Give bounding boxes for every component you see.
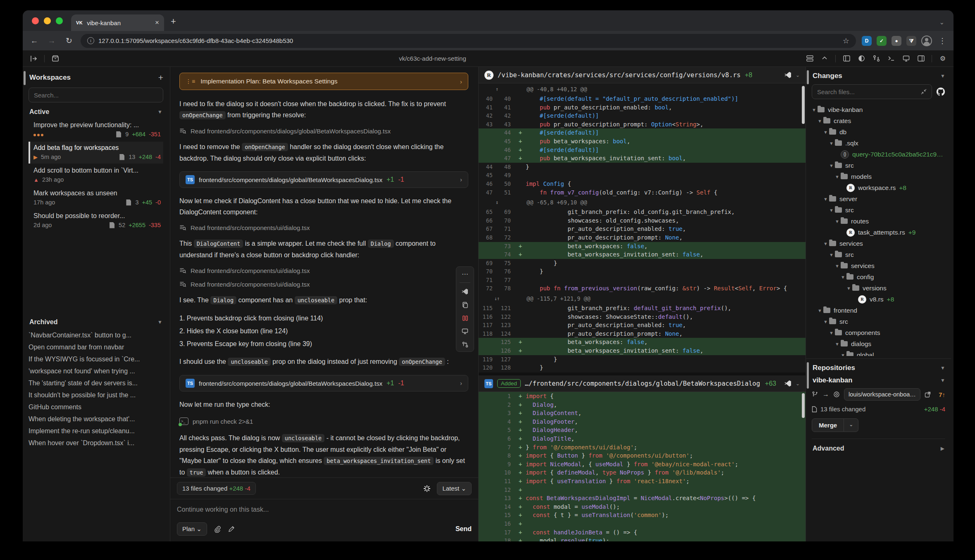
browser-menu-icon[interactable]: ⋮ [937,36,948,45]
tool-call-row[interactable]: Read frontend/src/components/ui/dialog.t… [179,281,468,288]
archived-workspace-item[interactable]: GitHub comments [29,401,163,413]
active-section-header[interactable]: Active▼ [29,108,162,116]
terminal-command-row[interactable]: >_pnpm run check 2>&1 [179,418,468,425]
diff-panel-header[interactable]: R/vibe-kanban/crates/services/src/servic… [479,67,806,83]
repo-name[interactable]: vibe-kanban [813,376,940,384]
workspace-item[interactable]: Mark workspaces as unseen17h ago3+45-0 [29,187,163,209]
archived-workspace-item[interactable]: It shouldn't be possible for just the ..… [29,389,163,401]
collapse-sidebar-icon[interactable] [29,55,38,63]
scrollbar-thumb[interactable] [802,86,805,124]
workspace-item[interactable]: Should be possible to reorder...2d ago52… [29,210,163,232]
tree-folder-row[interactable]: ▼routes [812,216,945,227]
extensions-puzzle-icon[interactable]: ⧩ [906,36,916,46]
files-changed-chip[interactable]: 13 files changed +248 -4 [177,482,256,495]
advanced-section-toggle[interactable]: Advanced ▶ [812,439,945,458]
camera-extension-icon[interactable]: ● [892,36,901,46]
tree-folder-row[interactable]: ▼src [812,249,945,260]
tree-file-row[interactable]: {}query-70b21c5c0a2ba5c21c9c1132f14a68 [812,149,945,160]
git-pr-icon[interactable] [460,340,470,349]
tree-file-row[interactable]: Rv8.rs+8 [812,294,945,305]
edited-file-chip[interactable]: TSfrontend/src/components/dialogs/global… [179,375,468,392]
tree-folder-row[interactable]: ▼components [812,327,945,338]
forward-icon[interactable]: → [46,36,57,45]
archive-box-icon[interactable] [51,55,60,63]
send-button[interactable]: Send [455,525,472,533]
close-tab-icon[interactable]: × [155,19,159,27]
merge-button[interactable]: Merge [812,418,844,432]
archived-workspace-item[interactable]: If the WYSIWYG is focussed in `Cre... [29,353,163,365]
message-input[interactable]: Continue working on this task... [170,499,478,521]
merge-options-chevron[interactable]: ⌄ [844,418,858,432]
branch-selector[interactable]: louis/workspace-onboarding ⌄ [844,388,920,401]
edited-file-chip[interactable]: TSfrontend/src/components/dialogs/global… [179,171,468,188]
close-window-icon[interactable] [32,17,39,24]
workspace-item[interactable]: Improve the preview functionality: ...9+… [29,119,163,141]
git-compare-icon[interactable] [872,55,880,63]
archived-workspace-item[interactable]: Open command bar from navbar [29,341,163,353]
rows-layout-icon[interactable] [806,55,814,63]
hunk-header-row[interactable]: ↕@@ -65,8 +69,10 @@ [479,197,806,208]
expand-hunk-icon[interactable]: ↑ [479,86,515,92]
tree-folder-row[interactable]: ▼src [812,160,945,171]
workspace-item[interactable]: Add scroll to bottom button in `Virt...▲… [29,164,163,186]
archived-workspace-item[interactable]: Implement the re-run setup/cleanu... [29,425,163,437]
profile-avatar[interactable] [921,36,932,46]
archived-section-header[interactable]: Archived▼ [29,318,162,326]
maximize-window-icon[interactable] [56,17,63,24]
tree-folder-row[interactable]: ▼models [812,171,945,182]
split-columns-icon[interactable] [460,313,470,323]
chevron-down-icon[interactable]: ▼ [940,73,945,79]
diff-panel-header[interactable]: TSAdded…/frontend/src/components/dialogs… [479,375,806,392]
tree-folder-row[interactable]: ▼dialogs [812,338,945,349]
tool-call-row[interactable]: Read frontend/src/components/ui/dialog.t… [179,267,468,274]
tree-file-row[interactable]: Rtask_attempts.rs+9 [812,227,945,238]
chevron-down-icon[interactable]: ⌄ [796,381,800,387]
shrink-icon[interactable] [921,89,927,95]
window-controls[interactable] [23,17,71,31]
open-in-vscode-icon[interactable] [784,380,791,387]
diff-body[interactable]: ↑@@ -40,8 +40,12 @@4040 #[serde(default … [479,83,806,373]
new-tab-button[interactable]: + [164,16,183,31]
terminal-icon[interactable] [887,55,895,63]
browser-tab[interactable]: VK vibe-kanban × [71,14,164,31]
minimize-window-icon[interactable] [44,17,51,24]
hunk-header-row[interactable]: ↓↑@@ -115,7 +121,9 @@ [479,293,806,304]
tree-folder-row[interactable]: ▼services [812,260,945,271]
tree-folder-row[interactable]: ▼server [812,193,945,204]
left-panel-icon[interactable] [842,55,851,63]
archived-workspace-item[interactable]: 'workspace not found' when trying ... [29,365,163,377]
preview-monitor-icon[interactable] [460,327,470,336]
expand-hunk-icon[interactable]: ↓↑ [479,296,515,301]
tree-folder-row[interactable]: ▼vibe-kanban [812,104,945,115]
extension-icon[interactable]: D [862,36,872,46]
diff-body[interactable]: 1+import {2+ Dialog,3+ DialogContent,4+ … [479,392,806,541]
tree-folder-row[interactable]: ▼crates [812,115,945,126]
open-in-vscode-icon[interactable] [784,71,791,78]
mode-selector[interactable]: Plan ⌄ [177,522,207,536]
tree-folder-row[interactable]: ▼frontend [812,305,945,316]
tree-folder-row[interactable]: ▼db [812,126,945,138]
tree-folder-row[interactable]: ▼global [812,349,945,356]
copy-icon[interactable] [460,300,470,309]
tree-folder-row[interactable]: ▼.sqlx [812,138,945,149]
right-panel-icon[interactable] [917,55,925,63]
attach-paperclip-icon[interactable] [214,525,221,533]
workspace-item[interactable]: Add beta flag for workspaces▶5m ago13+24… [29,142,163,164]
chevron-down-icon[interactable]: ▼ [940,377,945,383]
address-bar[interactable]: i 127.0.0.1:57095/workspaces/c63c9fd6-df… [81,34,856,48]
github-icon[interactable] [936,87,945,96]
theme-toggle-icon[interactable] [857,55,865,63]
changes-file-tree[interactable]: ▼vibe-kanban▼crates▼db▼.sqlx{}query-70b2… [812,104,945,356]
add-workspace-button[interactable]: + [158,73,163,83]
tree-folder-row[interactable]: ▼versions [812,282,945,294]
shield-extension-icon[interactable]: ✓ [877,36,887,46]
tree-folder-row[interactable]: ▼config [812,271,945,282]
archived-workspace-item[interactable]: When deleting the workspace that'... [29,413,163,425]
settings-gear-icon[interactable]: ⚙ [939,55,947,63]
tool-call-row[interactable]: Read frontend/src/components/ui/dialog.t… [179,224,468,231]
workspace-search-input[interactable]: Search... [29,88,163,102]
archived-workspace-item[interactable]: `NavbarContainer.tsx` button to g... [29,329,163,341]
tree-folder-row[interactable]: ▼services [812,238,945,249]
chevron-down-icon[interactable]: ▼ [940,365,945,371]
file-search-input[interactable]: Search files... [812,84,932,99]
